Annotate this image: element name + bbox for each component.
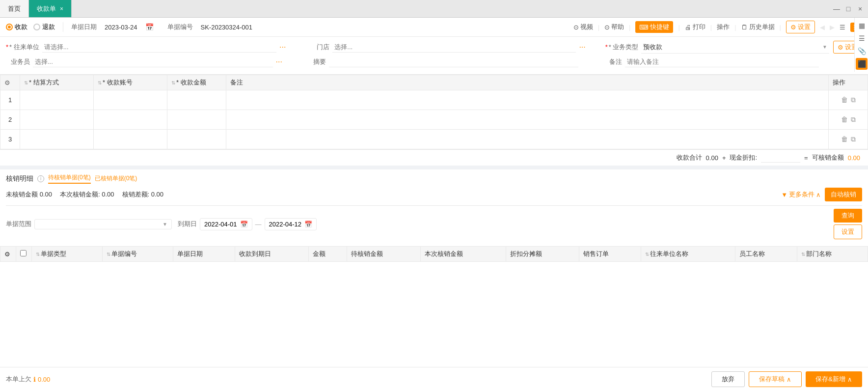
number-label: 单据编号 <box>167 23 193 31</box>
date-to-value: 2022-04-12 <box>269 221 302 228</box>
calendar-from-icon: 📅 <box>240 221 248 228</box>
summary-input[interactable] <box>329 56 578 67</box>
note-label: 备注 <box>598 57 625 66</box>
tab-home[interactable]: 首页 <box>0 0 29 17</box>
delete-row-1-icon[interactable]: 🗑 <box>841 96 848 104</box>
store-input[interactable] <box>332 42 576 53</box>
maximize-button[interactable]: □ <box>844 5 852 13</box>
row-num-1: 1 <box>0 90 20 110</box>
footer-buttons: 放弃 保存草稿 ∧ 保存&新增 ∧ <box>711 371 862 387</box>
table-gear-icon[interactable]: ⚙ <box>4 79 10 86</box>
pending-tab[interactable]: 待核销单据(0笔) <box>48 173 91 184</box>
shortcut-btn[interactable]: ⌨ 快捷键 <box>635 21 673 33</box>
sidebar-list-icon[interactable]: ☰ <box>856 32 868 44</box>
copy-row-3-icon[interactable]: ⧉ <box>851 135 856 143</box>
close-button[interactable]: × <box>856 5 864 13</box>
range-label: 单据范围 <box>6 220 31 228</box>
radio-receive-dot <box>6 24 13 30</box>
sidebar-expand-icon[interactable]: ⬛ <box>856 58 868 70</box>
verify-info-icon[interactable]: i <box>37 175 44 182</box>
carry-value: 0.00 <box>38 376 50 383</box>
bth-dept-name: ⇅ 部门名称 <box>797 247 868 262</box>
bth-current-verify: 本次核销金额 <box>421 247 506 262</box>
select-all-checkbox[interactable] <box>20 250 27 256</box>
settlement-cell-2[interactable] <box>20 110 94 130</box>
date-field: 到期日 2022-04-01 📅 — 2022-04-12 📅 <box>178 218 317 230</box>
store-field: 门店 ··· <box>305 42 585 53</box>
date-to-picker[interactable]: 2022-04-12 📅 <box>265 218 317 230</box>
th-gear[interactable]: ⚙ <box>0 75 20 90</box>
business-type-select[interactable]: 预收款 ▼ <box>641 41 829 54</box>
query-button[interactable]: 查询 <box>834 209 862 223</box>
more-conditions-btn[interactable]: ▼ 更多条件 ∧ <box>781 190 821 199</box>
range-select[interactable]: ▼ <box>34 219 172 229</box>
bth-checkbox[interactable] <box>16 247 32 262</box>
note-cell-2[interactable] <box>226 110 829 130</box>
salesman-more-icon[interactable]: ··· <box>276 58 282 66</box>
calendar-icon[interactable]: 📅 <box>145 23 154 31</box>
store-more-icon[interactable]: ··· <box>579 43 585 51</box>
carry-icon[interactable]: ℹ <box>33 376 36 383</box>
save-draft-button[interactable]: 保存草稿 ∧ <box>749 371 802 387</box>
minimize-button[interactable]: — <box>833 5 841 13</box>
print-btn[interactable]: 🖨 打印 <box>685 23 705 31</box>
tab-close-icon[interactable]: × <box>60 5 63 12</box>
chevron-up-icon: ∧ <box>816 191 821 198</box>
save-new-button[interactable]: 保存&新增 ∧ <box>806 371 862 387</box>
account-cell-2[interactable] <box>94 110 167 130</box>
amount-cell-1[interactable] <box>167 90 226 110</box>
save-new-chevron-icon: ∧ <box>847 376 852 383</box>
current-stat: 本次核销金额: 0.00 <box>60 190 114 199</box>
delete-row-3-icon[interactable]: 🗑 <box>841 135 848 143</box>
business-type-field: * 业务类型 预收款 ▼ <box>605 41 829 54</box>
note-input[interactable] <box>625 56 819 67</box>
uncleared-stat: 未核销金额 0.00 <box>6 190 52 199</box>
copy-row-2-icon[interactable]: ⧉ <box>851 115 856 124</box>
note-cell-1[interactable] <box>226 90 829 110</box>
radio-receive[interactable]: 收款 <box>6 23 27 31</box>
copy-row-1-icon[interactable]: ⧉ <box>851 96 856 104</box>
diff-stat: 核销差额: 0.00 <box>122 190 164 199</box>
draft-chevron-icon: ∧ <box>787 376 791 383</box>
amount-cell-3[interactable] <box>167 130 226 149</box>
th-note: 备注 <box>226 75 829 90</box>
tab-receipt[interactable]: 收款单 × <box>29 0 72 17</box>
history-btn[interactable]: 🗒 历史单据 <box>741 23 775 31</box>
bth-pending: 待核销金额 <box>347 247 421 262</box>
net-value: 0.00 <box>848 154 860 162</box>
auto-clear-button[interactable]: 自动核销 <box>825 188 862 201</box>
date-from-picker[interactable]: 2022-04-01 📅 <box>200 218 252 230</box>
sidebar-table-icon[interactable]: ▦ <box>856 20 868 31</box>
account-cell-3[interactable] <box>94 130 167 149</box>
date-separator: — <box>255 221 262 228</box>
video-btn[interactable]: ⊙ 视频 <box>573 23 593 31</box>
salesman-input[interactable] <box>33 56 273 67</box>
help-btn[interactable]: ⊙ 帮助 <box>604 23 624 31</box>
operation-btn[interactable]: 操作 <box>717 23 730 31</box>
delete-row-2-icon[interactable]: 🗑 <box>841 115 848 124</box>
discount-input[interactable] <box>761 153 800 163</box>
diff-label: 核销差额: <box>122 191 150 198</box>
settings-button[interactable]: ⚙ 设置 <box>786 21 815 33</box>
settlement-cell-3[interactable] <box>20 130 94 149</box>
bth-gear[interactable]: ⚙ <box>0 247 16 262</box>
gear-settings-icon: ⚙ <box>790 24 796 31</box>
settlement-cell-1[interactable] <box>20 90 94 110</box>
list-icon[interactable]: ☰ <box>840 24 845 31</box>
table-row: 3 🗑 ⧉ <box>0 130 868 149</box>
done-tab[interactable]: 已核销单据(0笔) <box>95 174 137 183</box>
abandon-button[interactable]: 放弃 <box>711 371 745 387</box>
sidebar-attachment-icon[interactable]: 📎 <box>856 45 868 57</box>
plus-sign: + <box>722 154 726 162</box>
action-cell-3: 🗑 ⧉ <box>829 130 868 149</box>
radio-refund[interactable]: 退款 <box>33 23 55 31</box>
amount-cell-2[interactable] <box>167 110 226 130</box>
from-unit-input[interactable] <box>42 42 276 53</box>
account-cell-1[interactable] <box>94 90 167 110</box>
filter-settings-button[interactable]: 设置 <box>834 224 862 239</box>
salesman-label: 业务员 <box>6 57 33 66</box>
note-cell-3[interactable] <box>226 130 829 149</box>
print-label: 打印 <box>693 23 705 31</box>
net-label: 可核销金额 <box>812 153 844 162</box>
from-unit-more-icon[interactable]: ··· <box>279 43 286 51</box>
